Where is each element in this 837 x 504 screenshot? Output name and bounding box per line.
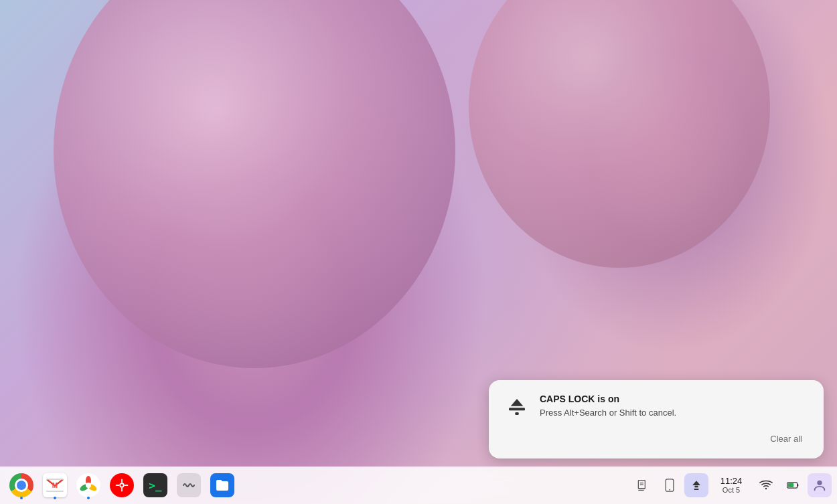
notification-title: CAPS LOCK is on [540,394,808,404]
taskbar-app-terminal[interactable]: >_ [139,469,171,501]
caps-lock-tray-indicator[interactable] [684,473,708,497]
battery-tray-icon[interactable] [781,473,805,497]
svg-point-31 [817,481,822,485]
svg-point-12 [121,484,123,487]
wifi-tray-icon[interactable] [754,473,778,497]
wallpaper-circle-2 [469,0,770,268]
svg-rect-25 [695,486,698,488]
wallpaper-circle-1 [54,0,455,368]
youtube-music-icon [110,473,134,497]
terminal-icon: >_ [143,473,167,497]
svg-rect-2 [515,412,518,415]
taskbar-app-photos[interactable] [72,469,104,501]
svg-marker-1 [511,399,524,406]
notification-popup: CAPS LOCK is on Press Alt+Search or Shif… [489,380,824,458]
notification-subtitle: Press Alt+Search or Shift to cancel. [540,407,808,419]
photos-icon [76,473,100,497]
taskbar-app-gmail[interactable]: M [39,469,71,501]
svg-rect-26 [694,489,699,490]
svg-point-9 [86,483,91,488]
save-to-drive-tray-icon[interactable] [631,473,655,497]
taskbar-app-youtube-music[interactable] [106,469,138,501]
caps-lock-notification-icon [505,395,529,419]
files-icon [210,473,234,497]
svg-marker-24 [692,481,700,485]
taskbar-app-chrome[interactable] [5,469,37,501]
taskbar-apps: M [5,469,631,501]
svg-rect-30 [788,483,793,487]
svg-point-23 [669,489,670,491]
gmail-icon: M [43,473,67,497]
taskbar-app-accessibility[interactable] [173,469,205,501]
taskbar-app-files[interactable] [206,469,238,501]
notification-text: CAPS LOCK is on Press Alt+Search or Shif… [540,394,808,419]
accessibility-icon [177,473,201,497]
svg-text:M: M [52,482,58,489]
app-active-dot-gmail [54,497,56,499]
app-active-dot [20,497,23,499]
svg-rect-29 [797,484,799,486]
clear-all-button[interactable]: Clear all [765,430,808,448]
system-tray: 11:24 Oct 5 [631,473,832,497]
account-tray-icon[interactable] [808,473,832,497]
chrome-icon [9,473,33,497]
clock-date: Oct 5 [722,486,740,495]
svg-point-27 [765,488,767,490]
taskbar: M [0,467,837,504]
svg-rect-0 [509,408,525,410]
terminal-prompt-icon: >_ [149,479,161,492]
app-active-dot-photos [87,497,90,499]
date-time-tray[interactable]: 11:24 Oct 5 [711,473,751,497]
clock-time: 11:24 [720,476,743,487]
phone-hub-tray-icon[interactable] [658,473,682,497]
